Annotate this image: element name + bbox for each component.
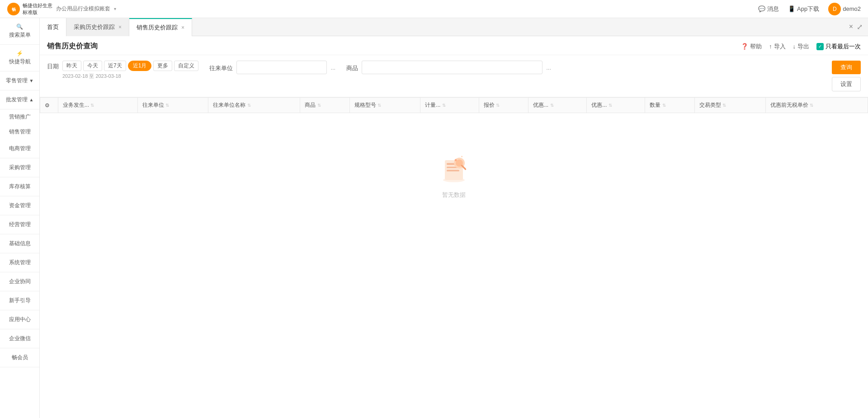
sidebar-item-membership[interactable]: 畅会员 [0,348,39,367]
table-settings-icon[interactable]: ⚙ [45,102,50,109]
user-action[interactable]: D demo2 [828,3,861,15]
col-quote[interactable]: 报价 ⇅ [479,98,528,113]
import-action[interactable]: ↑ 导入 [769,43,786,51]
filter-right-buttons: 查询 设置 [832,61,861,91]
tab-purchase-history[interactable]: 采购历史价跟踪 × [66,18,129,36]
page-title: 销售历史价查询 [47,42,98,51]
col-biz-date[interactable]: 业务发生... ⇅ [58,98,138,113]
svg-rect-6 [447,170,459,171]
message-label: 消息 [767,5,779,13]
col-goods[interactable]: 商品 ⇅ [300,98,350,113]
avatar: D [828,3,841,15]
top-header: 畅 畅捷信好生意 标准版 办公用品行业模拟账套 ▾ 💬 消息 📱 App下载 D… [0,0,868,18]
date-btn-more[interactable]: 更多 [153,61,172,71]
partner-ellipsis[interactable]: ... [330,64,335,71]
col-trade-type-label: 交易类型 [699,102,721,108]
date-btn-today[interactable]: 今天 [83,61,102,71]
col-biz-date-sort: ⇅ [90,103,94,108]
logo-line2: 标准版 [23,9,52,15]
partner-filter-group: 往来单位 ... [209,61,335,74]
col-pretax-price[interactable]: 优惠前无税单价 ⇅ [765,98,868,113]
goods-filter-label: 商品 [346,62,358,72]
sidebar-item-enterprise-wechat[interactable]: 企业微信 [0,329,39,348]
sidebar-label-inventory: 库存核算 [9,183,31,190]
col-partner-code-sort: ⇅ [165,103,169,108]
empty-state: 暂无数据 [40,113,868,235]
sidebar-item-ecommerce[interactable]: 电商管理 [0,139,39,158]
sidebar-label-retail: 零售管理 [6,77,28,85]
only-last-checkbox-label[interactable]: ✓ 只看最后一次 [816,43,861,51]
date-btn-yesterday[interactable]: 昨天 [62,61,81,71]
sidebar-item-sales[interactable]: 销售管理 [0,124,39,139]
only-last-checkbox[interactable]: ✓ [816,43,824,50]
sidebar-item-wholesale[interactable]: 批发管理 ▲ [0,90,39,109]
sidebar-item-basic-info[interactable]: 基础信息 [0,234,39,253]
maximize-window-icon[interactable]: ⤢ [857,23,863,31]
partner-input[interactable] [236,61,327,74]
settings-button[interactable]: 设置 [832,77,861,91]
query-button[interactable]: 查询 [832,61,861,74]
app-download-action[interactable]: 📱 App下载 [788,5,819,13]
sidebar-label-basic-info: 基础信息 [9,240,31,247]
col-spec-label: 规格型号 [354,102,376,108]
breadcrumb-dropdown[interactable]: ▾ [114,6,116,11]
col-goods-sort: ⇅ [317,103,321,108]
import-label: 导入 [774,43,786,51]
close-window-icon[interactable]: × [849,23,853,31]
sidebar-item-marketing[interactable]: 营销推广 [0,109,39,124]
partner-filter-label: 往来单位 [209,62,233,72]
tab-purchase-history-close[interactable]: × [118,24,122,30]
sidebar-item-cooperation[interactable]: 企业协同 [0,272,39,291]
col-pretax-price-sort: ⇅ [810,103,813,108]
col-quantity[interactable]: 数量 ⇅ [645,98,695,113]
col-discount1[interactable]: 优惠... ⇅ [528,98,587,113]
col-partner-name-sort: ⇅ [247,103,251,108]
page-actions: ❓ 帮助 ↑ 导入 ↓ 导出 ✓ 只看最后一次 [741,43,861,51]
tab-sales-history-close[interactable]: × [181,24,184,31]
col-discount1-label: 优惠... [533,102,548,108]
sidebar-item-search-menu[interactable]: 🔍 搜索菜单 [0,18,39,45]
col-unit[interactable]: 计量... ⇅ [420,98,479,113]
sidebar-item-retail[interactable]: 零售管理 ▼ [0,71,39,90]
date-btn-custom[interactable]: 自定义 [174,61,198,71]
col-partner-name[interactable]: 往来单位名称 ⇅ [208,98,300,113]
col-trade-type[interactable]: 交易类型 ⇅ [695,98,765,113]
main-layout: 🔍 搜索菜单 ⚡ 快捷导航 零售管理 ▼ 批发管理 ▲ 营销推广 销售管理 电商… [0,18,868,418]
date-filter-label: 日期 [47,61,59,71]
sidebar-label-ecommerce: 电商管理 [9,145,31,152]
tab-home[interactable]: 首页 [40,18,66,36]
sidebar-item-system[interactable]: 系统管理 [0,253,39,272]
col-settings[interactable]: ⚙ [40,98,58,113]
sidebar-item-management[interactable]: 经营管理 [0,215,39,234]
logo-line1: 畅捷信好生意 [23,2,52,9]
col-unit-label: 计量... [425,102,440,108]
sidebar-item-inventory[interactable]: 库存核算 [0,177,39,196]
sidebar-label-guide: 新手引导 [9,297,31,304]
sidebar-label-quick-nav: 快捷导航 [9,58,31,66]
sidebar-label-search: 搜索菜单 [9,31,31,39]
sidebar-item-purchase[interactable]: 采购管理 [0,158,39,177]
date-btn-7days[interactable]: 近7天 [104,61,126,71]
export-label: 导出 [797,43,809,51]
col-spec[interactable]: 规格型号 ⇅ [349,98,420,113]
header-left: 畅 畅捷信好生意 标准版 办公用品行业模拟账套 ▾ [7,2,116,15]
goods-input[interactable] [362,61,542,74]
date-btn-1month[interactable]: 近1月 [128,61,152,71]
col-trade-type-sort: ⇅ [722,103,726,108]
sidebar-item-quick-nav[interactable]: ⚡ 快捷导航 [0,45,39,71]
date-filter-group: 日期 昨天 今天 近7天 近1月 更多 自定义 2023-02-18 至 202… [47,61,198,80]
filter-area: 日期 昨天 今天 近7天 近1月 更多 自定义 2023-02-18 至 202… [40,55,868,97]
col-partner-code[interactable]: 往来单位 ⇅ [137,98,208,113]
export-action[interactable]: ↓ 导出 [793,43,810,51]
goods-ellipsis[interactable]: ... [546,64,551,71]
sidebar-item-app-center[interactable]: 应用中心 [0,310,39,329]
help-action[interactable]: ❓ 帮助 [741,43,762,51]
tab-sales-history-label: 销售历史价跟踪 [137,24,178,32]
col-discount2[interactable]: 优惠... ⇅ [587,98,645,113]
sidebar-item-finance[interactable]: 资金管理 [0,196,39,215]
message-action[interactable]: 💬 消息 [758,5,779,13]
sidebar-item-guide[interactable]: 新手引导 [0,291,39,310]
content-area: 首页 采购历史价跟踪 × 销售历史价跟踪 × × ⤢ 销售历史价查询 [40,18,868,418]
tab-sales-history[interactable]: 销售历史价跟踪 × [129,18,192,36]
logo-area: 畅 畅捷信好生意 标准版 [7,2,52,15]
